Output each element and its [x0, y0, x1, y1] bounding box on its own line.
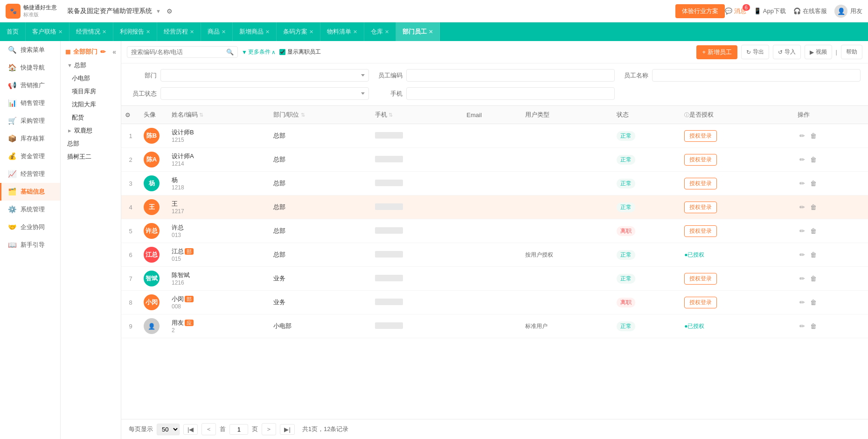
- add-employee-button[interactable]: + 新增员工: [696, 45, 737, 59]
- nav-tab-close[interactable]: ✕: [429, 29, 433, 35]
- app-download-button[interactable]: 📱 App下载: [754, 7, 786, 15]
- first-page-button[interactable]: |◀: [183, 424, 198, 435]
- emp-code-input[interactable]: [406, 69, 615, 82]
- auth-button[interactable]: 授权登录: [684, 273, 717, 285]
- nav-tab-3[interactable]: 利润报告✕: [113, 22, 157, 41]
- gear-icon[interactable]: ⚙: [165, 6, 174, 17]
- user-menu[interactable]: 👤 用友: [834, 5, 862, 18]
- last-page-button[interactable]: ▶|: [280, 424, 294, 435]
- dept-tree-item-zongbu[interactable]: ▼总部: [61, 59, 121, 72]
- dept-tree-item-peihuo[interactable]: 配货: [67, 111, 121, 124]
- more-conditions-btn[interactable]: ▼ 更多条件 ∧: [242, 48, 276, 56]
- nav-tab-10[interactable]: 部门员工✕: [396, 22, 440, 41]
- edit-button[interactable]: ✏: [798, 274, 807, 283]
- edit-button[interactable]: ✏: [798, 250, 807, 259]
- nav-tab-7[interactable]: 条码方案✕: [277, 22, 320, 41]
- left-nav-item-11[interactable]: 📖新手引导: [0, 236, 60, 254]
- edit-button[interactable]: ✏: [798, 298, 807, 307]
- nav-tab-1[interactable]: 客户联络✕: [26, 22, 69, 41]
- nav-tab-close[interactable]: ✕: [58, 29, 62, 35]
- left-nav-item-2[interactable]: 📢营销推广: [0, 77, 60, 94]
- left-nav-item-9[interactable]: ⚙️系统管理: [0, 201, 60, 218]
- auth-button[interactable]: 授权登录: [684, 202, 717, 213]
- nav-tab-close[interactable]: ✕: [265, 29, 270, 35]
- edit-button[interactable]: ✏: [798, 155, 807, 164]
- help-text[interactable]: 帮助: [841, 45, 862, 59]
- edit-button[interactable]: ✏: [798, 179, 807, 188]
- edit-button[interactable]: ✏: [798, 321, 807, 331]
- dept-tree-item-project[interactable]: 项目库房: [67, 85, 121, 98]
- next-page-button[interactable]: ＞: [262, 423, 276, 435]
- left-nav-item-3[interactable]: 📊销售管理: [0, 94, 60, 112]
- left-nav-item-1[interactable]: 🏠快捷导航: [0, 59, 60, 77]
- auth-button[interactable]: 授权登录: [684, 154, 717, 166]
- delete-button[interactable]: 🗑: [808, 202, 819, 212]
- delete-button[interactable]: 🗑: [808, 250, 819, 259]
- left-nav-item-8[interactable]: 🗂️基础信息: [0, 183, 60, 201]
- auth-button[interactable]: 授权登录: [684, 130, 717, 142]
- left-nav-item-6[interactable]: 💰资金管理: [0, 147, 60, 165]
- dept-form-row: 部门: [129, 69, 369, 82]
- left-nav-item-0[interactable]: 🔍搜索菜单: [0, 41, 60, 59]
- trial-button[interactable]: 体验行业方案: [675, 4, 725, 18]
- view-button[interactable]: ▶ 视频: [805, 45, 832, 59]
- delete-button[interactable]: 🗑: [808, 155, 819, 164]
- edit-button[interactable]: ✏: [798, 226, 807, 236]
- left-nav-item-7[interactable]: 📈经营管理: [0, 165, 60, 183]
- nav-tab-close[interactable]: ✕: [146, 29, 150, 35]
- nav-tab-0[interactable]: 首页: [0, 22, 26, 41]
- dept-tree-item-shenyang[interactable]: 沈阳大库: [67, 98, 121, 111]
- dept-tree-item-cha[interactable]: 插树王二: [61, 150, 121, 163]
- left-nav-item-4[interactable]: 🛒采购管理: [0, 112, 60, 130]
- message-button[interactable]: 💬 消息 6: [725, 7, 746, 15]
- left-nav-item-10[interactable]: 🤝企业协同: [0, 218, 60, 236]
- dept-tree-item-xiaodian[interactable]: 小电部: [67, 72, 121, 85]
- edit-button[interactable]: ✏: [798, 131, 807, 140]
- chevron-down-icon[interactable]: ▼: [156, 8, 161, 14]
- edit-button[interactable]: ✏: [798, 202, 807, 212]
- auth-button[interactable]: 授权登录: [684, 178, 717, 189]
- nav-tab-close[interactable]: ✕: [385, 29, 389, 35]
- nav-tab-close[interactable]: ✕: [190, 29, 194, 35]
- nav-tab-8[interactable]: 物料清单✕: [320, 22, 364, 41]
- page-number-input[interactable]: [229, 424, 248, 435]
- export-button[interactable]: ↻ 导出: [741, 45, 769, 59]
- settings-icon[interactable]: ⚙: [125, 111, 131, 118]
- import-button[interactable]: ↺ 导入: [773, 45, 801, 59]
- col-phone: 手机 ⇅: [371, 106, 463, 124]
- prev-page-button[interactable]: ＜: [201, 423, 216, 435]
- emp-name-input[interactable]: [652, 69, 861, 82]
- nav-tab-close[interactable]: ✕: [309, 29, 313, 35]
- online-service-button[interactable]: 🎧 在线客服: [793, 7, 827, 15]
- left-nav-item-5[interactable]: 📦库存核算: [0, 130, 60, 147]
- nav-tab-close[interactable]: ✕: [353, 29, 357, 35]
- auth-button[interactable]: 授权登录: [684, 225, 717, 237]
- dept-collapse-icon[interactable]: «: [112, 48, 116, 56]
- auth-button[interactable]: 授权登录: [684, 297, 717, 308]
- nav-tab-2[interactable]: 经营情况✕: [69, 22, 113, 41]
- dept-edit-icon[interactable]: ✏: [100, 48, 106, 56]
- nav-tab-4[interactable]: 经营历程✕: [157, 22, 201, 41]
- dept-tree-item-zongbu2[interactable]: 总部: [61, 137, 121, 150]
- show-resigned-checkbox[interactable]: 显示离职员工: [279, 48, 321, 56]
- delete-button[interactable]: 🗑: [808, 131, 819, 140]
- delete-button[interactable]: 🗑: [808, 298, 819, 307]
- per-page-select[interactable]: 50: [157, 424, 180, 435]
- delete-button[interactable]: 🗑: [808, 274, 819, 283]
- table-row: 7 智斌 陈智斌 1216 业务 正常 授权登录 ✏ 🗑: [121, 267, 868, 291]
- delete-button[interactable]: 🗑: [808, 179, 819, 188]
- nav-tab-5[interactable]: 商品✕: [201, 22, 233, 41]
- search-input[interactable]: [131, 49, 224, 56]
- dept-tree-item-shuanglu[interactable]: ►双鹿想: [61, 124, 121, 137]
- nav-tab-close[interactable]: ✕: [222, 29, 226, 35]
- help-button[interactable]: |: [836, 49, 837, 56]
- nav-tab-6[interactable]: 新增商品✕: [233, 22, 277, 41]
- nav-tab-close[interactable]: ✕: [102, 29, 106, 35]
- resigned-checkbox-input[interactable]: [279, 49, 285, 55]
- phone-input[interactable]: [406, 87, 615, 100]
- delete-button[interactable]: 🗑: [808, 321, 819, 331]
- delete-button[interactable]: 🗑: [808, 226, 819, 236]
- dept-select[interactable]: [160, 69, 369, 82]
- nav-tab-9[interactable]: 仓库✕: [364, 22, 396, 41]
- emp-status-select[interactable]: [160, 87, 369, 100]
